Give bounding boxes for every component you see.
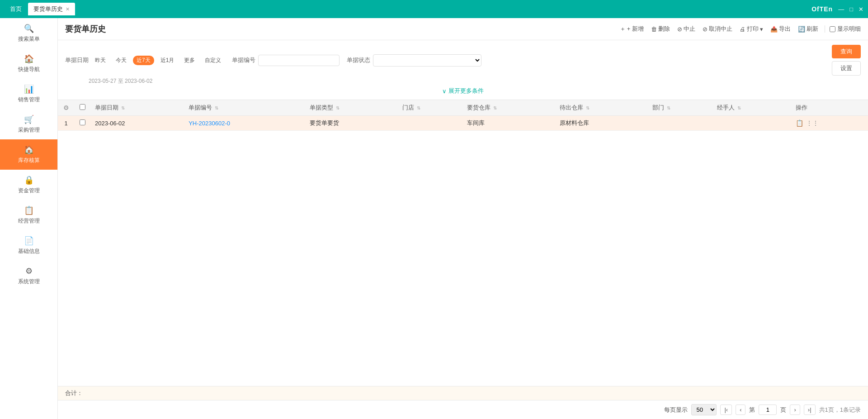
pagination: 每页显示 50 100 200 |‹ ‹ 第 页 › ›| 共1页，1条记录 [58, 400, 868, 419]
cancel-stop-button[interactable]: ⊘ 取消中止 [701, 25, 734, 33]
export-label: 导出 [779, 25, 791, 33]
sort-department-icon[interactable]: ⇅ [667, 105, 670, 110]
th-store-label: 门店 [402, 104, 414, 111]
date-filter-group: 单据日期 昨天 今天 近7天 近1月 更多 自定义 [65, 56, 225, 65]
window-minimize-icon[interactable]: — [838, 6, 844, 13]
date-btn-yesterday[interactable]: 昨天 [91, 56, 109, 65]
th-handler: 经手人 ⇅ [712, 100, 791, 116]
refresh-button[interactable]: 🔄 刷新 [796, 25, 820, 33]
th-actions: 操作 [791, 100, 868, 116]
select-all-checkbox[interactable] [80, 104, 85, 110]
next-page-button[interactable]: › [790, 405, 800, 415]
row-handler [712, 116, 791, 131]
inventory-icon: 🏠 [24, 145, 34, 155]
show-detail-checkbox[interactable] [830, 26, 835, 32]
sidebar-item-search-label: 搜索菜单 [18, 35, 40, 43]
sidebar-item-sales[interactable]: 📊 销售管理 [0, 79, 57, 109]
query-button[interactable]: 查询 [832, 45, 861, 58]
tab-history-label: 要货单历史 [33, 5, 63, 13]
sidebar-item-quicknav[interactable]: 🏠 快捷导航 [0, 48, 57, 79]
new-button[interactable]: ＋ + 新增 [618, 25, 646, 33]
search-icon: 🔍 [24, 24, 34, 33]
operation-icon: 📋 [24, 205, 34, 215]
date-filter-label: 单据日期 [65, 56, 89, 64]
date-range-display: 2023-05-27 至 2023-06-02 [65, 77, 861, 85]
sidebar-item-purchase-label: 采购管理 [18, 126, 40, 134]
sidebar-item-system[interactable]: ⚙ 系统管理 [0, 261, 57, 291]
row-docno-link[interactable]: YH-20230602-0 [189, 120, 230, 127]
pagination-info: 共1页，1条记录 [819, 406, 861, 414]
sidebar-item-basic[interactable]: 📄 基础信息 [0, 230, 57, 261]
show-detail-button[interactable]: 显示明细 [830, 25, 861, 33]
tab-history[interactable]: 要货单历史 ✕ [28, 3, 75, 15]
th-actions-label: 操作 [796, 104, 807, 111]
toolbar-divider [825, 25, 825, 33]
sidebar-item-basic-label: 基础信息 [18, 248, 40, 255]
sort-docno-icon[interactable]: ⇅ [215, 105, 218, 110]
sidebar-item-finance[interactable]: 🔒 资金管理 [0, 170, 57, 200]
date-btn-more[interactable]: 更多 [180, 56, 198, 65]
th-docdate-label: 单据日期 [95, 104, 118, 111]
page-size-select[interactable]: 50 100 200 [691, 404, 717, 415]
date-btn-today[interactable]: 今天 [112, 56, 130, 65]
status-filter-label: 单据状态 [347, 56, 370, 64]
th-handler-label: 经手人 [717, 104, 735, 111]
doc-icon: 📄 [24, 236, 34, 246]
sort-pendingwarehouse-icon[interactable]: ⇅ [586, 105, 590, 110]
cart-icon: 🛒 [24, 114, 34, 124]
settings-button[interactable]: 设置 [832, 61, 861, 76]
tab-home[interactable]: 首页 [5, 3, 27, 15]
date-btn-custom[interactable]: 自定义 [201, 56, 225, 65]
table-container: ⚙ 单据日期 ⇅ 单据编号 ⇅ [58, 100, 868, 386]
filter-actions: 查询 设置 [832, 45, 861, 76]
stop-button[interactable]: ⊘ 中止 [675, 25, 697, 33]
col-settings: ⚙ [58, 100, 74, 116]
sidebar-item-operation[interactable]: 📋 经营管理 [0, 200, 57, 230]
prev-page-button[interactable]: ‹ [736, 405, 745, 415]
row-pendingwarehouse: 原材料仓库 [555, 116, 648, 131]
tab-home-label: 首页 [10, 5, 22, 13]
top-bar: 首页 要货单历史 ✕ OfTEn — □ ✕ [0, 0, 868, 18]
expand-label: 展开更多条件 [448, 87, 484, 95]
sidebar-item-inventory[interactable]: 🏠 库存核算 [0, 139, 57, 170]
docno-input[interactable] [258, 55, 340, 66]
date-btn-last1month[interactable]: 近1月 [157, 56, 178, 65]
delete-button[interactable]: 🗑 删除 [649, 25, 672, 33]
th-department: 部门 ⇅ [648, 100, 712, 116]
sidebar-item-inventory-label: 库存核算 [18, 157, 40, 164]
last-page-button[interactable]: ›| [804, 405, 816, 415]
print-icon: 🖨 [740, 26, 745, 33]
th-doctype: 单据类型 ⇅ [305, 100, 398, 116]
sidebar: 🔍 搜索菜单 🏠 快捷导航 📊 销售管理 🛒 采购管理 🏠 库存核算 🔒 资金管… [0, 18, 58, 419]
sidebar-item-purchase[interactable]: 🛒 采购管理 [0, 109, 57, 139]
table-header-row: ⚙ 单据日期 ⇅ 单据编号 ⇅ [58, 100, 868, 116]
column-settings-icon[interactable]: ⚙ [63, 104, 69, 111]
page-number-input[interactable] [759, 405, 777, 415]
row-department [648, 116, 712, 131]
more-action-icon[interactable]: ⋮⋮ [806, 119, 819, 127]
first-page-button[interactable]: |‹ [720, 405, 732, 415]
sort-store-icon[interactable]: ⇅ [417, 105, 420, 110]
sort-handler-icon[interactable]: ⇅ [737, 105, 741, 110]
summary-label: 合计： [65, 389, 83, 397]
status-select[interactable] [373, 54, 481, 67]
row-index: 1 [58, 116, 74, 131]
sort-doctype-icon[interactable]: ⇅ [336, 105, 340, 110]
row-checkbox[interactable] [80, 119, 85, 125]
print-button[interactable]: 🖨 打印 ▾ [738, 25, 765, 33]
edit-action-icon[interactable]: 📋 [796, 119, 803, 127]
row-actions: 📋 ⋮⋮ [791, 116, 868, 131]
sort-reqwarehouse-icon[interactable]: ⇅ [493, 105, 497, 110]
export-button[interactable]: 📤 导出 [769, 25, 793, 33]
close-tab-icon[interactable]: ✕ [66, 6, 70, 12]
gear-icon: ⚙ [25, 266, 33, 276]
sort-docdate-icon[interactable]: ⇅ [121, 105, 125, 110]
home-icon: 🏠 [24, 54, 34, 64]
expand-conditions-button[interactable]: ∨ 展开更多条件 [65, 87, 861, 95]
window-close-icon[interactable]: ✕ [859, 6, 863, 13]
status-filter-group: 单据状态 [347, 54, 481, 67]
sidebar-item-search[interactable]: 🔍 搜索菜单 [0, 18, 57, 48]
sidebar-item-quicknav-label: 快捷导航 [18, 66, 40, 73]
date-btn-last7[interactable]: 近7天 [133, 56, 154, 65]
window-maximize-icon[interactable]: □ [849, 6, 853, 13]
